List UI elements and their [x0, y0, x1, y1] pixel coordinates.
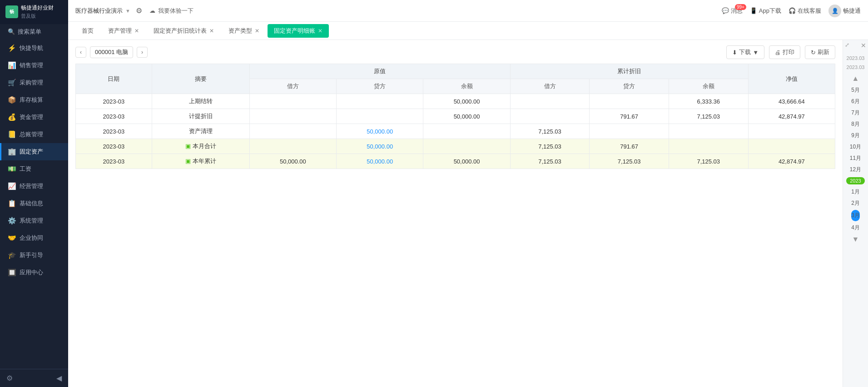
orig-debit-cell — [249, 124, 336, 139]
next-asset-button[interactable]: › — [137, 47, 148, 58]
customer-service-button[interactable]: 🎧 在线客服 — [789, 7, 821, 15]
app-download-button[interactable]: 📱 App下载 — [750, 7, 781, 15]
sidebar-header: 畅 畅捷通好业财 普及版 — [0, 0, 68, 24]
tab-asset-management[interactable]: 资产管理 ✕ — [102, 24, 145, 38]
timeline-month-item[interactable]: 4月 — [846, 222, 864, 233]
orig-debit-cell — [249, 139, 336, 154]
sidebar-search-label: 搜索菜单 — [18, 28, 41, 36]
sidebar-item-search[interactable]: 🔍 搜索菜单 — [0, 24, 68, 40]
timeline-month-item[interactable]: 12月 — [846, 164, 864, 175]
sidebar-item-label: 应用中心 — [20, 268, 43, 277]
sidebar-item-quick-nav[interactable]: ⚡ 快捷导航 — [0, 40, 68, 57]
timeline-down-arrow[interactable]: ▼ — [846, 233, 864, 245]
sidebar-settings-icon[interactable]: ⚙ — [6, 374, 13, 382]
timeline-month-item[interactable]: 5月 — [846, 84, 864, 96]
timeline-month-item[interactable]: 9月 — [846, 130, 864, 141]
company-selector[interactable]: 医疗器械行业演示 ▼ — [75, 7, 130, 15]
tab-depreciation-table[interactable]: 固定资产折旧统计表 ✕ — [147, 24, 220, 38]
tab-asset-type[interactable]: 资产类型 ✕ — [222, 24, 266, 38]
tab-close-icon[interactable]: ✕ — [134, 28, 139, 34]
user-profile[interactable]: 👤 畅捷通 — [828, 5, 861, 17]
tab-asset-detail[interactable]: 固定资产明细账 ✕ — [268, 24, 329, 38]
net-value-header: 净值 — [748, 64, 835, 94]
sidebar-item-label: 工资 — [20, 165, 31, 173]
sidebar-item-app-center[interactable]: 🔲 应用中心 — [0, 264, 68, 281]
refresh-button[interactable]: ↻ 刷新 — [805, 45, 835, 59]
download-label: 下载 — [739, 48, 751, 56]
sidebar-item-sales[interactable]: 📊 销售管理 — [0, 57, 68, 74]
tab-close-icon[interactable]: ✕ — [255, 28, 259, 34]
tab-home[interactable]: 首页 — [75, 24, 100, 38]
sidebar-item-system[interactable]: ⚙️ 系统管理 — [0, 212, 68, 229]
dep-balance-cell: 6,333.36 — [669, 94, 748, 109]
sidebar-item-guide[interactable]: 🎓 新手引导 — [0, 247, 68, 264]
sidebar-item-inventory[interactable]: 📦 库存核算 — [0, 91, 68, 109]
sidebar-item-operations[interactable]: 📈 经营管理 — [0, 178, 68, 195]
settings-icon[interactable]: ⚙ — [136, 6, 142, 15]
timeline-up-arrow[interactable]: ▲ — [846, 73, 864, 84]
summary-cell: 资产清理 — [152, 124, 249, 139]
topbar-right: 💬 消息 99+ 📱 App下载 🎧 在线客服 👤 畅捷通 — [722, 5, 861, 17]
timeline-month-item[interactable]: 1月 — [846, 186, 864, 198]
timeline-year-badge[interactable]: 2023 — [846, 177, 864, 184]
timeline-month-item[interactable]: 3月 — [851, 210, 860, 221]
dep-debit-cell — [510, 109, 590, 124]
purchase-icon: 🛒 — [8, 79, 16, 87]
sidebar-item-payroll[interactable]: 💵 工资 — [0, 160, 68, 178]
dep-balance-cell — [669, 124, 748, 139]
toolbar-actions: ⬇ 下载 ▼ 🖨 打印 ↻ 刷新 — [726, 45, 835, 59]
sidebar-item-label: 基础信息 — [20, 199, 43, 208]
tab-bar: 首页 资产管理 ✕ 固定资产折旧统计表 ✕ 资产类型 ✕ 固定资产明细账 ✕ — [68, 22, 868, 40]
tab-label: 资产管理 — [108, 27, 132, 35]
print-button[interactable]: 🖨 打印 — [769, 45, 800, 59]
timeline-month-item[interactable]: 6月 — [846, 96, 864, 107]
orig-credit-cell — [337, 109, 423, 124]
timeline-header-1: 2023.03 — [847, 53, 865, 62]
orig-balance-header: 余额 — [423, 79, 510, 94]
summary-cell: 计提折旧 — [152, 109, 249, 124]
payroll-icon: 💵 — [8, 165, 16, 173]
orig-credit-header: 贷方 — [337, 79, 423, 94]
search-icon: 🔍 — [8, 28, 15, 35]
sidebar-collapse-icon[interactable]: ◀ — [56, 374, 62, 382]
sidebar-item-basics[interactable]: 📋 基础信息 — [0, 195, 68, 212]
tab-label: 资产类型 — [228, 27, 252, 35]
timeline-month-item[interactable]: 11月 — [846, 153, 864, 164]
timeline-expand-button[interactable]: ⤢ — [845, 42, 849, 48]
orig-debit-cell — [249, 109, 336, 124]
app-center-icon: 🔲 — [8, 268, 16, 277]
timeline-month-item[interactable]: 2月 — [846, 198, 864, 209]
timeline-month-item[interactable]: 8月 — [846, 119, 864, 130]
tab-close-icon[interactable]: ✕ — [209, 28, 214, 34]
sidebar-item-ledger[interactable]: 📒 总账管理 — [0, 126, 68, 143]
sidebar-item-label: 库存核算 — [20, 96, 43, 104]
timeline-close-button[interactable]: ✕ — [861, 42, 866, 49]
download-arrow-icon: ▼ — [753, 49, 759, 56]
sidebar-item-finance[interactable]: 💰 资金管理 — [0, 109, 68, 126]
dep-credit-cell — [590, 124, 669, 139]
timeline-month-item[interactable]: 7月 — [846, 107, 864, 119]
timeline-month-item[interactable]: 10月 — [846, 141, 864, 153]
edition-label: 普及版 — [21, 13, 54, 20]
fixed-assets-icon: 🏢 — [8, 148, 16, 156]
date-header: 日期 — [76, 64, 152, 94]
sidebar-item-label: 固定资产 — [20, 148, 43, 156]
orig-debit-header: 借方 — [249, 79, 336, 94]
experience-cloud-icon: ☁ — [149, 7, 155, 14]
download-button[interactable]: ⬇ 下载 ▼ — [726, 45, 764, 59]
table-row: 2023-03 — [76, 139, 152, 154]
dep-debit-cell: 7,125.03 — [510, 124, 590, 139]
tab-close-icon[interactable]: ✕ — [318, 28, 322, 34]
orig-debit-cell — [249, 94, 336, 109]
notifications-button[interactable]: 💬 消息 99+ — [722, 7, 743, 15]
dep-credit-header: 贷方 — [590, 79, 669, 94]
sidebar-item-purchase[interactable]: 🛒 采购管理 — [0, 74, 68, 91]
sidebar-bottom: ⚙ ◀ — [0, 369, 68, 387]
prev-asset-button[interactable]: ‹ — [75, 47, 86, 58]
operations-icon: 📈 — [8, 182, 16, 190]
sidebar-item-fixed-assets[interactable]: 🏢 固定资产 — [0, 143, 68, 160]
experience-button[interactable]: ☁ 我要体验一下 — [149, 7, 193, 15]
sidebar-item-collab[interactable]: 🤝 企业协同 — [0, 229, 68, 247]
net-value-cell — [748, 124, 835, 139]
summary-cell: ▣本年累计 — [152, 154, 249, 169]
